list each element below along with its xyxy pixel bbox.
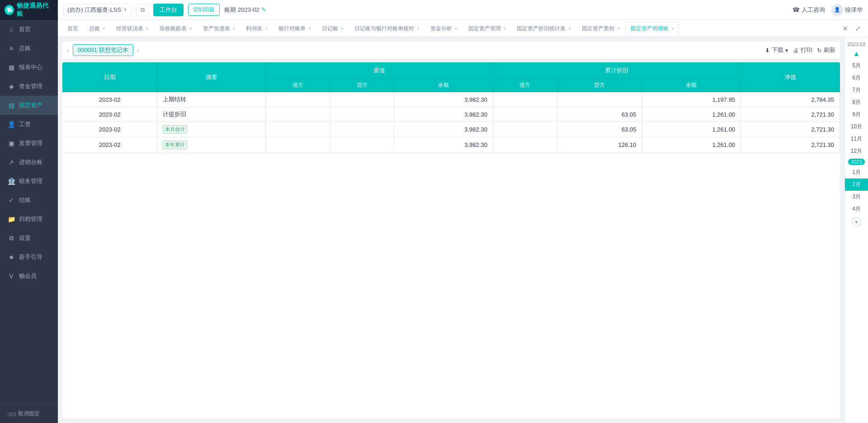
tab-close-ledger[interactable]: × [103,26,105,31]
help-button[interactable]: ☎ 人工咨询 [793,6,825,14]
tab-close-fa-mgmt[interactable]: × [504,26,506,31]
sidebar-item-funds[interactable]: ◈ 资金管理 [0,77,58,96]
month-6[interactable]: 6月 [845,72,868,84]
tab-bank[interactable]: 银行对账单 × [274,22,316,35]
tab-close-funds[interactable]: × [455,26,458,31]
period-edit-icon[interactable]: ✎ [261,6,266,13]
download-button[interactable]: ⬇ 下载 ▾ [765,46,788,54]
tab-journal[interactable]: 日记账 × [317,22,349,35]
scroll-down-button[interactable]: ▾ [852,217,862,227]
month-7[interactable]: 7月 [845,84,868,96]
table-row: 2023-02 本年累计 3,982.30 126.10 1,261.00 2,… [63,137,840,153]
cell-date: 2023-02 [63,122,157,137]
page-content: ‹ 000001 联想笔记本 › ⬇ 下载 ▾ 🖨 打印 [58,37,844,423]
asset-code: 000001 [78,47,97,53]
tab-close-status[interactable]: × [146,26,149,31]
month-5[interactable]: 5月 [845,60,868,72]
right-panel: 2023.02 ▲ 5月 6月 7月 8月 9月 10月 11月 12月 202… [844,37,868,423]
tab-close-fa-depr[interactable]: × [568,26,571,31]
tax-icon: 🏦 [7,178,15,185]
switch-version-button[interactable]: 切到旧版 [188,4,220,16]
month-10[interactable]: 10月 [845,121,868,133]
company-selector[interactable]: (劝办) 江西服查-LSS ▼ [63,4,132,16]
tab-close-receivable[interactable]: × [189,26,192,31]
tab-reconcile[interactable]: 日记账与银行对账单核对 × [349,22,425,35]
nav-next-arrow[interactable]: › [137,47,139,54]
month-1[interactable]: 1月 [845,166,868,179]
cell-accum-balance: 1,261.00 [642,122,741,137]
topbar: (劝办) 江西服查-LSS ▼ ⧉ 工作台 切到旧版 账期 2023-02 ✎ … [58,0,868,20]
tab-label-journal: 日记账 [322,25,338,33]
th-summary: 摘要 [157,63,266,92]
tab-profit[interactable]: 利润表 × [241,22,273,35]
tab-fa-type[interactable]: 固定资产类别 × [577,22,625,35]
sidebar-item-archive[interactable]: 📁 归档管理 [0,210,58,229]
sidebar-label-home: 首页 [19,25,31,33]
month-4[interactable]: 4月 [845,203,868,215]
month-8[interactable]: 8月 [845,96,868,108]
sidebar-item-fixed-assets[interactable]: ▤ 固定资产 [0,96,58,115]
month-2-active[interactable]: 2月 [845,179,868,191]
sidebar-item-reports[interactable]: ▦ 报表中心 [0,58,58,77]
tab-home[interactable]: 首页 [62,22,83,35]
sidebar-item-close[interactable]: ✓ 结账 [0,191,58,210]
scroll-up-button[interactable]: ▲ [853,50,860,58]
sidebar-label-guide: 新手引导 [19,253,42,261]
tab-funds[interactable]: 资金分析 × [425,22,462,35]
tab-fa-depr[interactable]: 固定资产折旧统计表 × [512,22,576,35]
tab-label-fa-detail: 固定资产明细账 [631,25,669,33]
cell-orig-credit [330,122,394,137]
sidebar-item-guide[interactable]: ★ 新手引导 [0,248,58,267]
sidebar-item-sales[interactable]: ↗ 进销台账 [0,153,58,172]
maximize-button[interactable]: ⤢ [853,23,863,34]
sidebar-item-ledger[interactable]: ≡ 总账 [0,39,58,58]
tab-receivable[interactable]: 应收账龄表 × [155,22,197,35]
tab-close-balance[interactable]: × [233,26,236,31]
sidebar-item-home[interactable]: ⌂ 首页 [0,20,58,39]
refresh-button[interactable]: ↻ 刷新 [817,46,835,54]
tabbar-actions: ✕ ⤢ [840,23,863,34]
copy-button[interactable]: ⧉ [136,4,149,16]
tab-status[interactable]: 经营状况表 × [111,22,154,35]
avatar: 👤 [831,4,843,16]
cell-orig-credit [330,137,394,153]
cell-date: 2023-02 [63,107,157,122]
sidebar-item-settings[interactable]: ⚙ 设置 [0,229,58,248]
tabbar: 首页 总账 × 经营状况表 × 应收账龄表 × 资产负债表 × 利润表 × 银行… [58,20,868,37]
sidebar-label-tax: 税务管理 [19,177,42,185]
tab-close-profit[interactable]: × [265,26,268,31]
tab-close-bank[interactable]: × [308,26,311,31]
print-button[interactable]: 🖨 打印 [793,46,812,54]
tab-ledger[interactable]: 总账 × [84,22,110,35]
vip-icon: V [7,273,15,280]
unpin-button[interactable]: ◁◁ 取消固定 [0,404,58,423]
tab-close-fa-type[interactable]: × [617,26,620,31]
cell-net-value: 2,721.30 [741,122,840,137]
sidebar-item-invoice[interactable]: ▣ 发票管理 [0,134,58,153]
asset-tag[interactable]: 000001 联想笔记本 [73,44,133,56]
tab-close-journal[interactable]: × [341,26,344,31]
cell-net-value: 2,784.35 [741,92,840,107]
cell-accum-debit [493,107,557,122]
tab-balance[interactable]: 资产负债表 × [198,22,241,35]
year-2023-badge[interactable]: 2023 [848,159,864,165]
month-11[interactable]: 11月 [845,133,868,145]
month-9[interactable]: 9月 [845,108,868,121]
tab-fa-detail[interactable]: 固定资产明细账 × [626,22,679,35]
sales-icon: ↗ [7,159,15,166]
workbench-button[interactable]: 工作台 [153,4,184,16]
sidebar-item-salary[interactable]: 👤 工资 [0,115,58,134]
right-year-top[interactable]: 2023.02 [848,42,866,47]
tab-close-reconcile[interactable]: × [417,26,420,31]
period-value: 2023-02 [238,6,259,13]
close-tab-button[interactable]: ✕ [840,23,851,34]
th-net-value: 净值 [741,63,840,92]
month-3[interactable]: 3月 [845,191,868,203]
tab-close-fa-detail[interactable]: × [671,26,674,31]
month-12[interactable]: 12月 [845,145,868,157]
nav-prev-arrow[interactable]: ‹ [67,47,69,54]
sidebar-item-tax[interactable]: 🏦 税务管理 [0,172,58,191]
sidebar-item-vip[interactable]: V 畅会员 [0,267,58,286]
user-menu[interactable]: 👤 徐泽华 [831,4,863,16]
tab-fa-mgmt[interactable]: 固定资产管理 × [463,22,511,35]
